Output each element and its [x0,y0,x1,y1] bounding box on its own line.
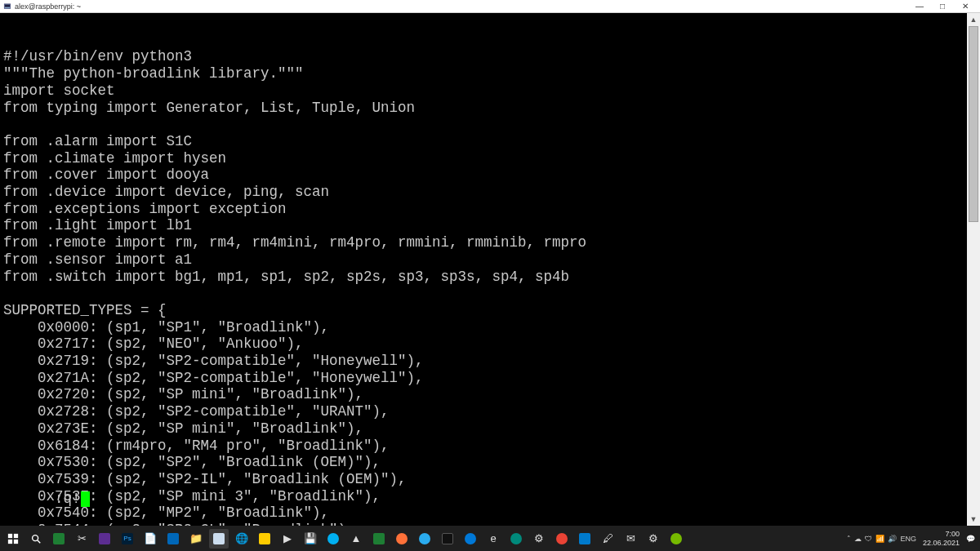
svg-point-6 [33,535,38,540]
tray-cloud-icon[interactable]: ☁ [854,535,862,543]
code-line: import socket [3,82,977,100]
vim-command-text: :q! [55,491,81,507]
code-line: from .climate import hysen [3,150,977,167]
taskbar-skype-icon[interactable] [323,529,343,549]
close-button[interactable]: ✕ [954,1,977,12]
code-line: from .sensor import a1 [3,251,977,269]
code-line: 0x2728: (sp2, "SP2-compatible", "URANT")… [3,403,977,420]
taskbar-drive-icon[interactable]: ▲ [346,529,366,549]
taskbar-gear-icon[interactable]: ⚙ [644,529,663,549]
svg-line-7 [38,540,41,543]
taskbar-onenote-icon[interactable] [95,529,114,549]
code-line: 0x2720: (sp2, "SP mini", "Broadlink"), [3,386,977,403]
taskbar-spotify-icon[interactable] [506,529,526,549]
minimize-button[interactable]: — [908,1,931,12]
taskbar-word-icon[interactable] [163,529,183,549]
taskbar-putty-icon[interactable] [209,529,229,549]
taskbar-apps: ✂Ps📄📁🌐▶💾▲e⚙🖊✉⚙ [2,529,688,549]
code-line: 0x6184: (rm4pro, "RM4 pro", "Broadlink")… [3,438,977,455]
titlebar[interactable]: alex@raspberrypi: ~ — □ ✕ [0,0,980,13]
taskbar-explorer-icon[interactable]: 📁 [186,529,206,549]
code-line: #!/usr/bin/env python3 [3,48,977,65]
taskbar-browser-icon[interactable]: 🌐 [232,529,252,549]
code-line: from .device import device, ping, scan [3,184,977,201]
tray-language[interactable]: ENG [900,535,916,543]
putty-icon [3,2,11,11]
taskbar-ie-icon[interactable]: e [483,529,503,549]
scroll-up-arrow[interactable]: ▲ [967,13,980,26]
window-title: alex@raspberrypi: ~ [15,2,81,11]
taskbar-photoshop-icon[interactable]: Ps [118,529,137,549]
tray-volume-icon[interactable]: 🔊 [888,535,897,543]
system-tray[interactable]: ˄ ☁ 🛡 📶 🔊 ENG 7:00 22.06.2021 💬 [847,530,978,548]
code-line: 0x7540: (sp2, "MP2", "Broadlink"), [3,504,977,522]
code-line: 0x2719: (sp2, "SP2-compatible", "Honeywe… [3,353,977,370]
taskbar-save-icon[interactable]: 💾 [301,529,320,549]
taskbar-excel-icon[interactable] [49,529,69,549]
code-line: 0x273E: (sp2, "SP mini", "Broadlink"), [3,420,977,438]
taskbar-cmd-icon[interactable] [438,529,457,549]
taskbar-firefox-icon[interactable] [392,529,412,549]
code-line: 0x7530: (sp2, "SP2", "Broadlink (OEM)"), [3,454,977,471]
taskbar-snip-icon[interactable]: ✂ [72,529,91,549]
code-line: 0x753E: (sp2, "SP mini 3", "Broadlink"), [3,488,977,505]
taskbar-utorrent-icon[interactable] [666,529,686,549]
tray-chevron-icon[interactable]: ˄ [847,535,851,543]
code-content: #!/usr/bin/env python3"""The python-broa… [3,48,977,526]
taskbar-settings-icon[interactable]: ⚙ [529,529,549,549]
code-line: 0x271A: (sp2, "SP2-compatible", "Honeywe… [3,370,977,387]
clock-date: 22.06.2021 [923,539,960,548]
code-line: from .switch import bg1, mp1, sp1, sp2, … [3,269,977,286]
tray-shield-icon[interactable]: 🛡 [865,535,872,543]
notifications-icon[interactable]: 💬 [966,535,975,543]
taskbar-chrome-icon[interactable] [552,529,572,549]
taskbar-mail-icon[interactable]: ✉ [621,529,640,549]
taskbar-media-icon[interactable]: ▶ [278,529,297,549]
vim-status-line[interactable]: :q! [3,473,90,524]
svg-rect-2 [8,533,12,537]
clock-time: 7:00 [923,530,960,539]
taskbar-vscode-icon[interactable] [575,529,595,549]
tray-network-icon[interactable]: 📶 [875,535,884,543]
taskbar-start-icon[interactable] [3,529,23,549]
svg-rect-3 [14,533,18,537]
taskbar-mscircle-icon[interactable] [461,529,480,549]
code-line: 0x2717: (sp2, "NEO", "Ankuoo"), [3,335,977,353]
scroll-down-arrow[interactable]: ▼ [967,513,980,526]
code-line: """The python-broadlink library.""" [3,65,977,82]
scroll-thumb[interactable] [969,26,978,222]
code-line: from .light import lb1 [3,217,977,234]
cursor-block [81,491,90,507]
code-line: 0x0000: (sp1, "SP1", "Broadlink"), [3,319,977,336]
code-line: SUPPORTED_TYPES = { [3,302,977,319]
taskbar-sticky-icon[interactable] [255,529,274,549]
maximize-button[interactable]: □ [931,1,954,12]
svg-rect-1 [5,4,10,7]
code-line: from .alarm import S1C [3,133,977,150]
taskbar-telegram-icon[interactable] [415,529,434,549]
code-line: from .cover import dooya [3,167,977,184]
vertical-scrollbar[interactable]: ▲ ▼ [967,13,980,526]
code-line: 0x7539: (sp2, "SP2-IL", "Broadlink (OEM)… [3,471,977,488]
taskbar-notepad-icon[interactable]: 📄 [140,529,160,549]
taskbar-paint-icon[interactable]: 🖊 [598,529,617,549]
terminal-window: alex@raspberrypi: ~ — □ ✕ #!/usr/bin/env… [0,0,980,526]
code-line: from .exceptions import exception [3,201,977,218]
code-line: from typing import Generator, List, Tupl… [3,100,977,117]
taskbar[interactable]: ✂Ps📄📁🌐▶💾▲e⚙🖊✉⚙ ˄ ☁ 🛡 📶 🔊 ENG 7:00 22.06.… [0,526,980,551]
taskbar-search-icon[interactable] [26,529,46,549]
svg-rect-5 [14,539,18,543]
terminal-viewport[interactable]: #!/usr/bin/env python3"""The python-broa… [0,13,980,526]
taskbar-clock[interactable]: 7:00 22.06.2021 [920,530,963,548]
code-line [3,116,977,133]
code-line [3,285,977,302]
taskbar-sheet-icon[interactable] [369,529,389,549]
svg-rect-4 [8,539,12,543]
code-line: from .remote import rm, rm4, rm4mini, rm… [3,234,977,251]
scroll-track[interactable] [967,26,980,513]
